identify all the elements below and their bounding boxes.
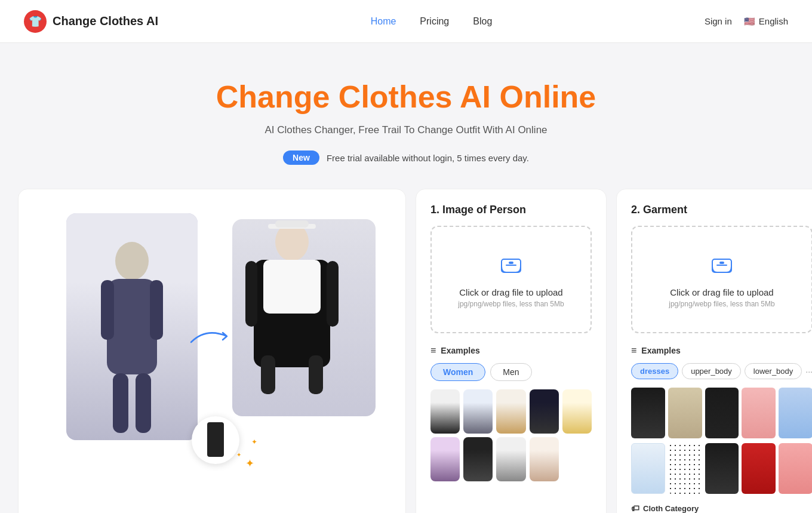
garment-icon <box>202 422 229 458</box>
garment-grid-row2 <box>631 443 812 494</box>
person-example-9[interactable] <box>530 437 559 481</box>
person-example-2[interactable] <box>463 389 493 434</box>
person-upload-text: Click or drag file to upload <box>444 287 579 297</box>
svg-rect-4 <box>113 373 128 433</box>
garment-upload-box[interactable]: Click or drag file to upload jpg/png/web… <box>631 226 812 333</box>
person-example-grid <box>430 389 592 481</box>
language-button[interactable]: 🇺🇸 English <box>744 16 788 27</box>
person-silhouette-left <box>90 237 174 440</box>
hero-badge-row: New Free trial available without login, … <box>12 150 800 165</box>
person-upload-icon <box>444 251 579 280</box>
garment-example-2[interactable] <box>668 388 702 438</box>
svg-rect-5 <box>136 373 151 433</box>
language-label: English <box>759 16 788 26</box>
person-panel-title: 1. Image of Person <box>430 204 592 216</box>
examples-icon: ≡ <box>430 345 436 356</box>
tab-men[interactable]: Men <box>490 363 531 381</box>
person-upload-box[interactable]: Click or drag file to upload jpg/png/web… <box>430 226 592 333</box>
svg-rect-13 <box>261 355 275 394</box>
main-content: ✦ ✦ ✦ Showcase of Change Clothes AI 1. I… <box>0 189 812 513</box>
garment-example-1[interactable] <box>631 388 665 438</box>
showcase-person-after <box>232 219 376 416</box>
showcase-images: ✦ ✦ ✦ <box>30 201 393 476</box>
brand-icon: 👕 <box>24 10 47 33</box>
showcase-person-before <box>66 213 198 440</box>
cloth-category-label: 🏷 Cloth Category <box>631 503 812 513</box>
garment-example-4[interactable] <box>742 388 776 438</box>
svg-rect-11 <box>327 261 339 327</box>
garment-panel-title: 2. Garment <box>631 204 812 216</box>
sparkle-icon-2: ✦ <box>251 438 257 446</box>
sparkle-icon-3: ✦ <box>236 451 241 458</box>
flag-icon: 🇺🇸 <box>744 16 755 27</box>
sign-in-button[interactable]: Sign in <box>705 16 732 26</box>
person-panel: 1. Image of Person Click or drag file to… <box>416 189 607 513</box>
garment-example-7[interactable] <box>668 443 702 494</box>
garment-examples-label: Examples <box>641 346 680 355</box>
person-upload-hint: jpg/png/webp files, less than 5Mb <box>444 300 579 308</box>
garment-panel: 2. Garment Click or drag file to upload … <box>616 189 812 513</box>
garment-preview-circle <box>192 416 239 464</box>
inbox-icon <box>499 251 523 275</box>
hero-section: Change Clothes AI Online AI Clothes Chan… <box>0 43 812 189</box>
hero-subtitle: AI Clothes Changer, Free Trail To Change… <box>12 124 800 136</box>
tab-upper-body[interactable]: upper_body <box>682 363 741 379</box>
garment-examples-icon: ≡ <box>631 345 636 356</box>
garment-example-9[interactable] <box>742 443 776 494</box>
garment-example-3[interactable] <box>705 388 739 438</box>
svg-point-0 <box>115 242 149 280</box>
person-examples-header: ≡ Examples <box>430 345 592 356</box>
person-example-1[interactable] <box>430 389 460 434</box>
person-example-3[interactable] <box>496 389 525 434</box>
tab-women[interactable]: Women <box>430 363 485 381</box>
garment-examples-header: ≡ Examples <box>631 345 812 356</box>
nav-pricing[interactable]: Pricing <box>420 16 449 27</box>
garment-example-8[interactable] <box>705 443 739 494</box>
garment-example-5[interactable] <box>779 388 812 438</box>
person-example-4[interactable] <box>530 389 559 434</box>
garment-inbox-icon <box>710 251 734 275</box>
cloth-category-section: 🏷 Cloth Category upper_body lower_body d… <box>631 503 812 513</box>
garment-example-10[interactable] <box>779 443 812 494</box>
more-tabs-button[interactable]: ··· <box>805 367 812 376</box>
tab-lower-body[interactable]: lower_body <box>745 363 802 379</box>
garment-upload-hint: jpg/png/webp files, less than 5Mb <box>644 300 799 308</box>
brand-name: Change Clothes AI <box>53 14 158 28</box>
person-example-7[interactable] <box>463 437 493 481</box>
svg-rect-8 <box>275 220 309 228</box>
svg-rect-19 <box>719 262 724 264</box>
svg-rect-15 <box>207 422 224 457</box>
showcase-before-inner <box>66 213 198 440</box>
garment-tabs: dresses upper_body lower_body ··· <box>631 363 812 379</box>
nav-links: Home Pricing Blog <box>371 16 493 27</box>
garment-example-6[interactable] <box>631 443 665 494</box>
badge-text: Free trial available without login, 5 ti… <box>327 153 529 163</box>
navbar: 👕 Change Clothes AI Home Pricing Blog Si… <box>0 0 812 43</box>
person-example-6[interactable] <box>430 437 460 481</box>
showcase-after-inner <box>232 219 376 416</box>
garment-grid-row1 <box>631 388 812 438</box>
garment-upload-text: Click or drag file to upload <box>644 287 799 297</box>
person-example-5[interactable] <box>562 389 592 434</box>
person-example-8[interactable] <box>496 437 525 481</box>
nav-blog[interactable]: Blog <box>473 16 492 27</box>
new-badge: New <box>283 150 319 165</box>
svg-rect-17 <box>509 262 513 264</box>
svg-rect-1 <box>107 279 157 374</box>
svg-rect-3 <box>150 280 163 340</box>
sparkle-icon-1: ✦ <box>245 457 254 470</box>
examples-label: Examples <box>441 346 479 355</box>
nav-right: Sign in 🇺🇸 English <box>705 16 788 27</box>
arrow-icon <box>188 324 236 348</box>
tab-dresses[interactable]: dresses <box>631 363 678 379</box>
showcase-panel: ✦ ✦ ✦ Showcase of Change Clothes AI <box>18 189 406 513</box>
svg-rect-12 <box>263 260 321 314</box>
arrow-indicator <box>188 324 236 353</box>
gender-tabs: Women Men <box>430 363 592 381</box>
nav-home[interactable]: Home <box>371 16 396 27</box>
hero-title: Change Clothes AI Online <box>12 79 800 115</box>
brand-logo[interactable]: 👕 Change Clothes AI <box>24 10 158 33</box>
category-icon: 🏷 <box>631 503 639 513</box>
person-silhouette-right <box>232 219 352 398</box>
svg-rect-2 <box>101 280 114 340</box>
